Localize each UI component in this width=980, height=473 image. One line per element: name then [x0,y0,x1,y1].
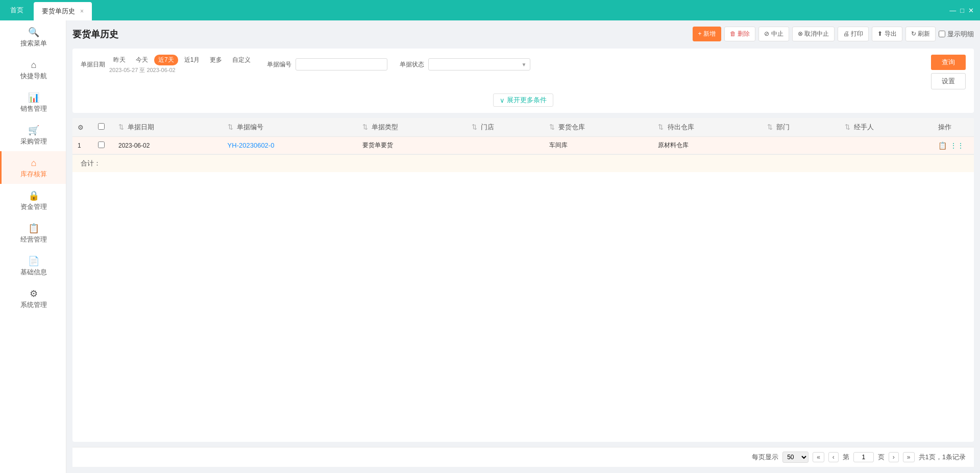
pagination-bar: 每页显示 50 20 100 200 « ‹ 第 页 › » 共1页，1条记录 [72,447,974,467]
sidebar-item-inventory-calc[interactable]: ⌂ 库存核算 [0,151,66,184]
more-icon[interactable]: ⋮⋮ [950,141,964,150]
status-select[interactable] [428,58,530,70]
sidebar-item-label: 系统管理 [20,300,47,310]
sidebar-item-system-mgmt[interactable]: ⚙ 系统管理 [0,282,66,315]
filter-main-row: 单据日期 昨天 今天 近7天 近1月 更多 自定义 2023-05-27 至 2… [81,55,966,89]
sales-mgmt-icon: 📊 [28,93,39,102]
settings-button[interactable]: 设置 [931,73,966,89]
col-settings[interactable]: ⚙ [72,118,93,137]
pending-wh-sort-icon: ⇅ [658,123,664,131]
print-button[interactable]: 🖨 打印 [838,27,869,41]
col-date-label: 单据日期 [128,123,154,131]
page-suffix: 页 [878,453,885,462]
sidebar-item-sales-mgmt[interactable]: 📊 销售管理 [0,86,66,119]
sidebar-item-quick-nav[interactable]: ⌂ 快捷导航 [0,53,66,86]
date-filter-group: 单据日期 昨天 今天 近7天 近1月 更多 自定义 2023-05-27 至 2… [81,55,255,74]
row-pending-warehouse: 原材料仓库 [653,137,762,154]
col-pending-warehouse[interactable]: ⇅ 待出仓库 [653,118,762,137]
page-title: 要货单历史 [72,28,118,40]
data-table: ⚙ ⇅ 单据日期 ⇅ 单据编号 [72,118,974,154]
order-no-input[interactable] [296,58,387,70]
total-info: 共1页，1条记录 [919,453,966,462]
refresh-button[interactable]: ↻ 刷新 [905,27,936,41]
tab-home[interactable]: 首页 [0,0,34,20]
stop-button[interactable]: ⊘ 中止 [758,27,789,41]
status-label: 单据状态 [400,60,424,69]
first-page-button[interactable]: « [813,452,824,462]
sidebar-item-label: 经营管理 [20,235,47,244]
last-page-button[interactable]: » [903,452,915,462]
sidebar-item-finance-mgmt[interactable]: 🔒 资金管理 [0,184,66,217]
row-dept [762,137,840,154]
col-checkbox[interactable] [93,118,113,137]
table-header-row: ⚙ ⇅ 单据日期 ⇅ 单据编号 [72,118,974,137]
sidebar-item-purchase-mgmt[interactable]: 🛒 采购管理 [0,119,66,151]
close-icon[interactable]: ✕ [968,7,974,14]
table-row: 1 2023-06-02 YH-20230602-0 要货单要货 车间库 原材料… [72,137,974,154]
quick-nav-icon: ⌂ [31,60,37,69]
next-page-button[interactable]: › [889,452,899,462]
sidebar-item-operations-mgmt[interactable]: 📋 经营管理 [0,217,66,249]
row-type: 要货单要货 [357,137,467,154]
col-handler[interactable]: ⇅ 经手人 [840,118,933,137]
operations-mgmt-icon: 📋 [28,224,39,233]
dept-sort-icon: ⇅ [767,123,773,131]
date-opt-1month[interactable]: 近1月 [180,55,204,65]
sidebar-item-search-menu[interactable]: 🔍 搜索菜单 [0,20,66,53]
inventory-calc-icon: ⌂ [31,158,37,168]
row-no-link[interactable]: YH-20230602-0 [228,141,275,149]
query-buttons: 查询 设置 [931,55,966,89]
date-opt-7days[interactable]: 近7天 [154,55,178,65]
row-num: 1 [72,137,93,154]
prev-page-button[interactable]: ‹ [828,452,839,462]
page-size-select[interactable]: 50 20 100 200 [782,452,808,463]
display-detail-check[interactable]: 显示明细 [939,30,974,39]
display-detail-checkbox[interactable] [939,31,945,37]
col-date[interactable]: ⇅ 单据日期 [113,118,223,137]
row-store [467,137,544,154]
date-opt-custom[interactable]: 自定义 [228,55,255,65]
basic-info-icon: 📄 [28,256,39,266]
filter-bar: 单据日期 昨天 今天 近7天 近1月 更多 自定义 2023-05-27 至 2… [72,49,974,113]
expand-more-button[interactable]: ∨ 展开更多条件 [493,93,553,107]
date-opt-today[interactable]: 今天 [132,55,152,65]
cancel-stop-button[interactable]: ⊗ 取消中止 [792,27,835,41]
tab-active[interactable]: 要货单历史 × [34,2,92,20]
sidebar-item-label: 采购管理 [20,137,47,146]
row-req-warehouse: 车间库 [544,137,653,154]
row-checkbox[interactable] [93,137,113,154]
expand-more-row: ∨ 展开更多条件 [81,93,966,107]
query-button[interactable]: 查询 [931,55,966,70]
minimize-icon[interactable]: — [949,7,956,14]
order-no-label: 单据编号 [267,60,291,69]
col-store[interactable]: ⇅ 门店 [467,118,544,137]
col-pending-warehouse-label: 待出仓库 [668,123,694,131]
status-select-wrapper: ▼ [428,58,530,70]
purchase-mgmt-icon: 🛒 [28,126,39,135]
req-wh-sort-icon: ⇅ [549,123,555,131]
settings-col-icon: ⚙ [78,124,84,131]
row-select-checkbox[interactable] [98,141,105,148]
tab-close-icon[interactable]: × [80,8,84,15]
col-req-warehouse[interactable]: ⇅ 要货仓库 [544,118,653,137]
maximize-icon[interactable]: □ [960,7,964,14]
row-handler [840,137,933,154]
col-dept[interactable]: ⇅ 部门 [762,118,840,137]
edit-icon[interactable]: 📋 [938,141,947,150]
display-detail-label: 显示明细 [947,30,974,39]
page-input[interactable] [853,452,874,462]
col-no-label: 单据编号 [237,123,263,131]
delete-button[interactable]: 🗑 删除 [724,27,755,41]
row-action: 📋 ⋮⋮ [933,137,974,154]
date-opt-more[interactable]: 更多 [206,55,226,65]
col-no[interactable]: ⇅ 单据编号 [223,118,357,137]
add-button[interactable]: + 新增 [693,27,721,41]
export-button[interactable]: ⬆ 导出 [872,27,902,41]
page-label: 第 [843,453,849,462]
col-type[interactable]: ⇅ 单据类型 [357,118,467,137]
select-all-checkbox[interactable] [98,123,105,130]
sidebar-item-basic-info[interactable]: 📄 基础信息 [0,249,66,282]
content-area: 要货单历史 + 新增 🗑 删除 ⊘ 中止 ⊗ 取消中止 🖨 打印 ⬆ 导出 ↻ … [66,20,980,473]
store-sort-icon: ⇅ [472,123,477,131]
date-opt-yesterday[interactable]: 昨天 [109,55,130,65]
